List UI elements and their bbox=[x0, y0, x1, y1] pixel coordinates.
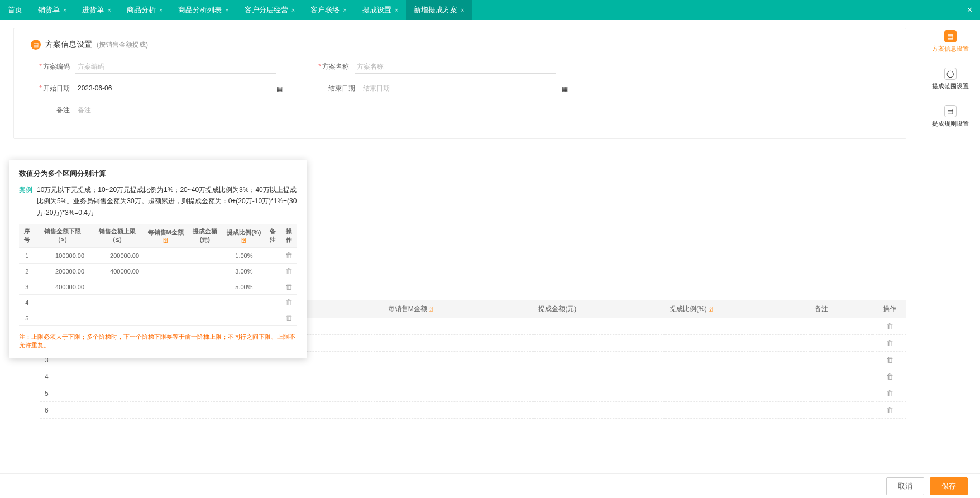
step-plan-info[interactable]: ▤ 方案信息设置 bbox=[932, 30, 969, 53]
remark-input[interactable] bbox=[75, 103, 522, 117]
th-op: 操作 bbox=[873, 300, 906, 318]
step-icon: ▤ bbox=[944, 30, 957, 42]
step-icon: ◯ bbox=[944, 68, 957, 80]
tab-5[interactable]: 客户分层经营× bbox=[237, 0, 303, 20]
delete-icon[interactable]: 🗑 bbox=[886, 389, 893, 398]
step-rule[interactable]: ▤ 提成规则设置 bbox=[932, 105, 969, 128]
delete-icon[interactable]: 🗑 bbox=[886, 356, 893, 364]
name-label: *方案名称 bbox=[310, 62, 349, 71]
table-row[interactable]: 4🗑 bbox=[40, 368, 906, 385]
th-amount: 提成金额(元) bbox=[534, 300, 665, 318]
table-row: 1100000.00200000.001.00%🗑 bbox=[19, 248, 297, 264]
delete-icon[interactable]: 🗑 bbox=[886, 339, 893, 347]
help-icon[interactable]: ⍰ bbox=[164, 237, 168, 243]
delete-icon[interactable]: 🗑 bbox=[285, 314, 293, 322]
top-tabbar: 首页销货单×进货单×商品分析×商品分析列表×客户分层经营×客户联络×提成设置×新… bbox=[0, 0, 980, 20]
table-row: 5🗑 bbox=[19, 310, 297, 326]
tab-7[interactable]: 提成设置× bbox=[355, 0, 406, 20]
delete-icon[interactable]: 🗑 bbox=[285, 267, 293, 275]
close-icon[interactable]: × bbox=[63, 7, 66, 13]
example-tag: 案例 bbox=[19, 184, 32, 218]
start-date-input[interactable] bbox=[75, 82, 276, 95]
table-row: 4🗑 bbox=[19, 295, 297, 310]
end-date-label: 结束日期 bbox=[316, 84, 355, 93]
tab-6[interactable]: 客户联络× bbox=[303, 0, 354, 20]
th-percent: 提成比例(%) ⍰ bbox=[665, 300, 810, 318]
table-row[interactable]: 5🗑 bbox=[40, 385, 906, 402]
th-remark: 备注 bbox=[810, 300, 873, 318]
close-icon[interactable]: × bbox=[225, 7, 228, 13]
tab-3[interactable]: 商品分析× bbox=[119, 0, 170, 20]
close-icon[interactable]: × bbox=[291, 7, 295, 13]
close-icon[interactable]: × bbox=[461, 7, 464, 13]
table-row[interactable]: 6🗑 bbox=[40, 402, 906, 419]
tab-2[interactable]: 进货单× bbox=[74, 0, 118, 20]
close-icon[interactable]: × bbox=[159, 7, 162, 13]
delete-icon[interactable]: 🗑 bbox=[285, 251, 293, 260]
remark-label: 备注 bbox=[31, 106, 70, 115]
tab-0[interactable]: 首页 bbox=[0, 0, 30, 20]
table-row: 3400000.005.00%🗑 bbox=[19, 279, 297, 295]
table-row: 2200000.00400000.003.00%🗑 bbox=[19, 264, 297, 279]
section-icon: ▤ bbox=[31, 40, 41, 50]
calendar-icon[interactable]: ▦ bbox=[562, 85, 568, 93]
help-icon[interactable]: ⍰ bbox=[242, 237, 246, 243]
popover-note: 注：上限必须大于下限；多个阶梯时，下一个阶梯下限要等于前一阶梯上限；不同行之间下… bbox=[19, 333, 297, 349]
delete-icon[interactable]: 🗑 bbox=[285, 282, 293, 291]
close-icon[interactable]: × bbox=[107, 7, 111, 13]
plan-info-card: ▤ 方案信息设置 (按销售金额提成) *方案编码 *方案名称 *开始日期 ▦ bbox=[13, 28, 906, 139]
code-label: *方案编码 bbox=[31, 62, 70, 71]
tab-8[interactable]: 新增提成方案× bbox=[406, 0, 472, 20]
main-area: ▤ 方案信息设置 (按销售金额提成) *方案编码 *方案名称 *开始日期 ▦ bbox=[0, 20, 920, 473]
step-nav: ▤ 方案信息设置 ◯ 提成范围设置 ▤ 提成规则设置 bbox=[920, 20, 980, 473]
step-scope[interactable]: ◯ 提成范围设置 bbox=[932, 68, 969, 90]
delete-icon[interactable]: 🗑 bbox=[285, 298, 293, 307]
delete-icon[interactable]: 🗑 bbox=[886, 406, 893, 414]
step-icon: ▤ bbox=[944, 105, 957, 117]
delete-icon[interactable]: 🗑 bbox=[886, 372, 893, 381]
example-table: 序号销售金额下限（>）销售金额上限（≤）每销售M金额 ⍰提成金额(元)提成比例(… bbox=[19, 224, 297, 326]
section-subtitle: (按销售金额提成) bbox=[97, 40, 148, 50]
code-input[interactable] bbox=[75, 60, 276, 74]
close-icon[interactable]: × bbox=[395, 7, 398, 13]
name-input[interactable] bbox=[355, 60, 556, 74]
calendar-icon[interactable]: ▦ bbox=[276, 85, 283, 93]
popover-title: 数值分为多个区间分别计算 bbox=[19, 169, 297, 179]
th-m: 每销售M金额 ⍰ bbox=[384, 300, 534, 318]
tab-4[interactable]: 商品分析列表× bbox=[170, 0, 236, 20]
example-popover: 数值分为多个区间分别计算 案例 10万元以下无提成；10~20万元提成比例为1%… bbox=[9, 160, 307, 358]
example-text: 10万元以下无提成；10~20万元提成比例为1%；20~40万提成比例为3%；4… bbox=[37, 184, 297, 218]
close-all-icon[interactable]: × bbox=[959, 5, 980, 15]
start-date-label: *开始日期 bbox=[31, 84, 70, 93]
end-date-input[interactable] bbox=[361, 82, 562, 95]
close-icon[interactable]: × bbox=[343, 7, 346, 13]
help-icon[interactable]: ⍰ bbox=[429, 305, 433, 312]
help-icon[interactable]: ⍰ bbox=[709, 305, 713, 312]
delete-icon[interactable]: 🗑 bbox=[886, 322, 893, 331]
tab-1[interactable]: 销货单× bbox=[30, 0, 74, 20]
section-title: 方案信息设置 bbox=[45, 40, 92, 50]
